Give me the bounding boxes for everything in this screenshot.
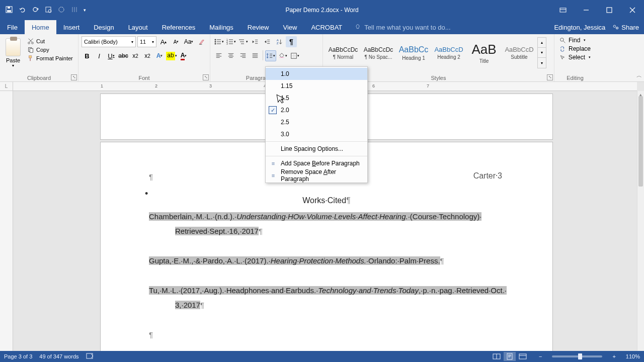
underline-button[interactable]: U▾ bbox=[106, 50, 117, 61]
zoom-out-button[interactable]: − bbox=[536, 353, 545, 359]
increase-indent-button[interactable] bbox=[262, 36, 273, 47]
bold-button[interactable]: B bbox=[82, 50, 93, 61]
clipboard-launcher[interactable]: ⤡ bbox=[71, 74, 77, 80]
spacing-option-3.0[interactable]: 3.0 bbox=[266, 128, 367, 140]
page-indicator[interactable]: Page 3 of 3 bbox=[4, 353, 32, 359]
font-size-combo[interactable]: 11▾ bbox=[137, 36, 156, 47]
zoom-level[interactable]: 110% bbox=[626, 353, 640, 359]
select-button[interactable]: Select▾ bbox=[557, 53, 593, 61]
redo-icon[interactable] bbox=[31, 6, 40, 15]
word-count[interactable]: 49 of 347 words bbox=[39, 353, 78, 359]
user-name[interactable]: Edington, Jessica bbox=[554, 24, 605, 31]
align-center-button[interactable] bbox=[225, 50, 236, 61]
tab-references[interactable]: References bbox=[155, 20, 202, 34]
superscript-button[interactable]: x2 bbox=[142, 50, 153, 61]
close-button[interactable] bbox=[621, 0, 644, 20]
spacing-option-1.0[interactable]: 1.0 bbox=[266, 68, 367, 80]
scrollbar-thumb[interactable] bbox=[638, 96, 643, 187]
remove-space-after[interactable]: ≡Remove Space After Paragraph bbox=[266, 169, 367, 182]
replace-button[interactable]: Replace bbox=[557, 45, 593, 53]
tab-layout[interactable]: Layout bbox=[121, 20, 155, 34]
share-button[interactable]: Share bbox=[612, 24, 639, 31]
add-space-before[interactable]: ≡Add Space Before Paragraph bbox=[266, 157, 367, 169]
collapse-ribbon-button[interactable]: ︿ bbox=[636, 72, 642, 79]
decrease-indent-button[interactable] bbox=[250, 36, 261, 47]
tab-home[interactable]: Home bbox=[25, 20, 56, 34]
gallery-down-icon[interactable]: ▾ bbox=[538, 48, 546, 58]
zoom-in-button[interactable]: + bbox=[609, 353, 618, 359]
tab-review[interactable]: Review bbox=[240, 20, 276, 34]
style-title[interactable]: AaBTitle bbox=[467, 38, 501, 68]
tell-me-input[interactable] bbox=[364, 24, 495, 31]
svg-point-3 bbox=[33, 8, 37, 12]
group-clipboard: Paste ▾ Cut Copy Format Painter Clipboar… bbox=[0, 34, 78, 81]
style-subtitle[interactable]: AaBbCcDSubtitle bbox=[502, 38, 536, 68]
tab-view[interactable]: View bbox=[276, 20, 304, 34]
zoom-slider[interactable] bbox=[552, 355, 602, 357]
spacing-option-2.0[interactable]: ✓2.0 bbox=[266, 104, 367, 116]
font-color-button[interactable]: A▾ bbox=[178, 50, 189, 61]
tab-mailings[interactable]: Mailings bbox=[202, 20, 240, 34]
styles-launcher[interactable]: ⤡ bbox=[547, 74, 553, 80]
multilevel-button[interactable]: ▾ bbox=[237, 36, 249, 47]
borders-button[interactable]: ▾ bbox=[289, 50, 300, 61]
strikethrough-button[interactable]: abc bbox=[118, 50, 129, 61]
font-name-combo[interactable]: Calibri (Body)▾ bbox=[82, 36, 136, 47]
undo-icon[interactable] bbox=[18, 6, 27, 15]
gallery-up-icon[interactable]: ▴ bbox=[538, 38, 546, 48]
vertical-scrollbar[interactable]: ▴ ▾ bbox=[637, 91, 644, 362]
minimize-button[interactable] bbox=[575, 0, 598, 20]
shading-button[interactable]: ▾ bbox=[277, 50, 288, 61]
style-normal[interactable]: AaBbCcDc¶ Normal bbox=[326, 38, 360, 68]
highlight-button[interactable]: ab▾ bbox=[166, 50, 177, 61]
style-heading1[interactable]: AaBbCcHeading 1 bbox=[396, 38, 431, 68]
subscript-button[interactable]: x2 bbox=[130, 50, 141, 61]
numbering-button[interactable]: 123▾ bbox=[225, 36, 236, 47]
text-effects-button[interactable]: A▾ bbox=[154, 50, 165, 61]
spacing-icon[interactable] bbox=[70, 6, 79, 15]
save-icon[interactable] bbox=[5, 6, 14, 15]
spacing-option-1.15[interactable]: 1.15 bbox=[266, 80, 367, 92]
read-mode-button[interactable] bbox=[491, 352, 503, 361]
tab-design[interactable]: Design bbox=[87, 20, 121, 34]
vertical-ruler[interactable] bbox=[0, 91, 13, 362]
ruler-corner[interactable]: L bbox=[0, 82, 13, 91]
style-nospacing[interactable]: AaBbCcDc¶ No Spac... bbox=[361, 38, 395, 68]
line-spacing-options[interactable]: Line Spacing Options... bbox=[266, 143, 367, 155]
format-painter-button[interactable]: Format Painter bbox=[25, 54, 75, 62]
change-case-button[interactable]: Aa▾ bbox=[183, 36, 194, 47]
maximize-button[interactable] bbox=[598, 0, 621, 20]
copy-button[interactable]: Copy bbox=[25, 46, 75, 54]
paste-button[interactable]: Paste ▾ bbox=[3, 37, 23, 69]
tell-me-search[interactable] bbox=[349, 20, 549, 34]
proofing-icon[interactable] bbox=[86, 352, 94, 360]
tab-insert[interactable]: Insert bbox=[56, 20, 87, 34]
shrink-font-button[interactable]: A▾ bbox=[171, 36, 182, 47]
clear-formatting-button[interactable] bbox=[196, 36, 207, 47]
show-marks-button[interactable]: ¶ bbox=[286, 36, 297, 47]
line-spacing-button[interactable]: ▾ bbox=[265, 50, 276, 61]
ribbon-display-icon[interactable] bbox=[551, 0, 575, 20]
align-right-button[interactable] bbox=[237, 50, 249, 61]
align-left-button[interactable] bbox=[213, 50, 224, 61]
tab-file[interactable]: File bbox=[0, 20, 25, 34]
print-preview-icon[interactable] bbox=[44, 6, 53, 15]
sort-button[interactable]: AZ bbox=[274, 36, 285, 47]
italic-button[interactable]: I bbox=[94, 50, 105, 61]
spacing-option-1.5[interactable]: 1.5 bbox=[266, 92, 367, 104]
print-layout-button[interactable] bbox=[504, 352, 516, 361]
spacing-option-2.5[interactable]: 2.5 bbox=[266, 116, 367, 128]
justify-button[interactable] bbox=[250, 50, 261, 61]
style-heading2[interactable]: AaBbCcDHeading 2 bbox=[432, 38, 466, 68]
grow-font-button[interactable]: A▴ bbox=[158, 36, 169, 47]
bullets-button[interactable]: ▾ bbox=[213, 36, 224, 47]
touch-mode-icon[interactable] bbox=[57, 6, 66, 15]
cut-button[interactable]: Cut bbox=[25, 37, 75, 45]
tab-acrobat[interactable]: ACROBAT bbox=[304, 20, 349, 34]
find-button[interactable]: Find▾ bbox=[557, 36, 593, 44]
zoom-slider-thumb[interactable] bbox=[578, 353, 582, 359]
web-layout-button[interactable] bbox=[517, 352, 529, 361]
gallery-more-icon[interactable]: ▾ bbox=[538, 58, 546, 68]
qat-more-icon[interactable]: ▾ bbox=[84, 8, 86, 13]
styles-gallery-nav[interactable]: ▴▾▾ bbox=[537, 37, 546, 68]
